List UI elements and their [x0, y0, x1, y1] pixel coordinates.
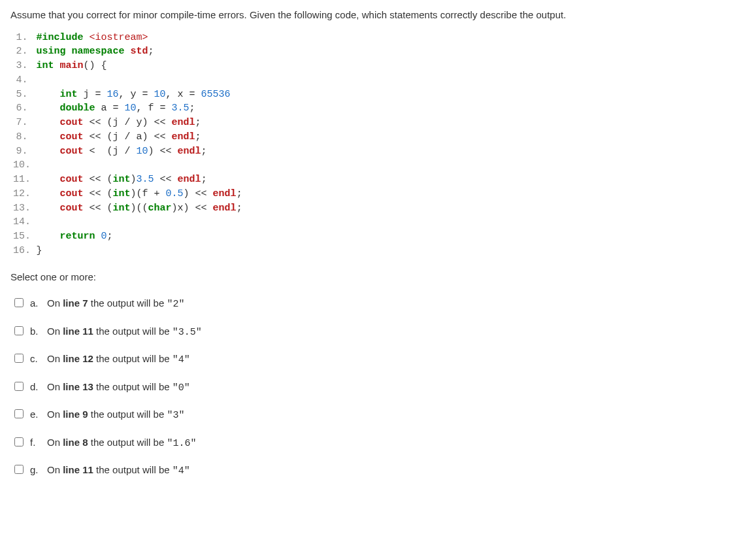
option-text: d.On line 13 the output will be "0" [30, 380, 190, 396]
option-content: On line 9 the output will be "3" [47, 409, 184, 420]
option-checkbox-c[interactable] [14, 354, 24, 363]
option-text: g.On line 11 the output will be "4" [30, 463, 190, 479]
option-checkbox-a[interactable] [14, 298, 24, 307]
code-line: 16. } [13, 244, 748, 258]
code-line: 11. cout << (int)3.5 << endl; [13, 173, 748, 187]
code-line: 3. int main() { [13, 59, 748, 73]
option-row: c.On line 12 the output will be "4" [14, 352, 748, 368]
code-line: 15. return 0; [13, 229, 748, 244]
code-line: 13. cout << (int)((char)x) << endl; [13, 201, 748, 216]
option-row: e.On line 9 the output will be "3" [14, 407, 748, 424]
code-line: 1. #include <iostream> [13, 31, 748, 45]
option-text: f.On line 8 the output will be "1.6" [30, 435, 196, 452]
select-prompt: Select one or more: [10, 270, 748, 285]
option-checkbox-d[interactable] [14, 382, 24, 391]
question-text: Assume that you correct for minor compil… [10, 8, 748, 23]
option-letter: e. [30, 407, 47, 422]
code-line: 6. double a = 10, f = 3.5; [13, 101, 748, 116]
option-row: d.On line 13 the output will be "0" [14, 380, 748, 396]
option-checkbox-e[interactable] [14, 409, 24, 418]
option-letter: b. [30, 324, 47, 339]
code-line: 10. [13, 158, 748, 173]
option-letter: d. [30, 380, 47, 395]
code-line: 5. int j = 16, y = 10, x = 65536 [13, 88, 748, 102]
code-line: 12. cout << (int)(f + 0.5) << endl; [13, 187, 748, 201]
option-checkbox-f[interactable] [14, 437, 24, 446]
code-line: 4. [13, 73, 748, 88]
option-content: On line 8 the output will be "1.6" [47, 437, 196, 448]
option-row: a.On line 7 the output will be "2" [14, 296, 748, 312]
option-checkbox-g[interactable] [14, 465, 24, 474]
option-text: a.On line 7 the output will be "2" [30, 296, 184, 312]
code-line: 7. cout << (j / y) << endl; [13, 116, 748, 130]
option-letter: a. [30, 296, 47, 311]
code-line: 9. cout < (j / 10) << endl; [13, 144, 748, 159]
options-list: a.On line 7 the output will be "2"b.On l… [14, 296, 748, 479]
option-row: f.On line 8 the output will be "1.6" [14, 435, 748, 452]
option-row: b.On line 11 the output will be "3.5" [14, 324, 748, 341]
option-content: On line 12 the output will be "4" [47, 353, 190, 364]
option-letter: c. [30, 352, 47, 367]
code-line: 2. using namespace std; [13, 44, 748, 59]
option-content: On line 13 the output will be "0" [47, 381, 190, 392]
option-text: c.On line 12 the output will be "4" [30, 352, 190, 368]
option-content: On line 11 the output will be "3.5" [47, 326, 202, 337]
option-text: e.On line 9 the output will be "3" [30, 407, 184, 424]
code-line: 8. cout << (j / a) << endl; [13, 130, 748, 144]
option-checkbox-b[interactable] [14, 326, 24, 335]
option-content: On line 7 the output will be "2" [47, 297, 184, 309]
code-block: 1. #include <iostream>2. using namespace… [13, 31, 748, 258]
option-row: g.On line 11 the output will be "4" [14, 463, 748, 479]
option-content: On line 11 the output will be "4" [47, 464, 190, 475]
code-line: 14. [13, 215, 748, 229]
option-letter: g. [30, 463, 47, 478]
option-letter: f. [30, 435, 47, 450]
option-text: b.On line 11 the output will be "3.5" [30, 324, 202, 341]
